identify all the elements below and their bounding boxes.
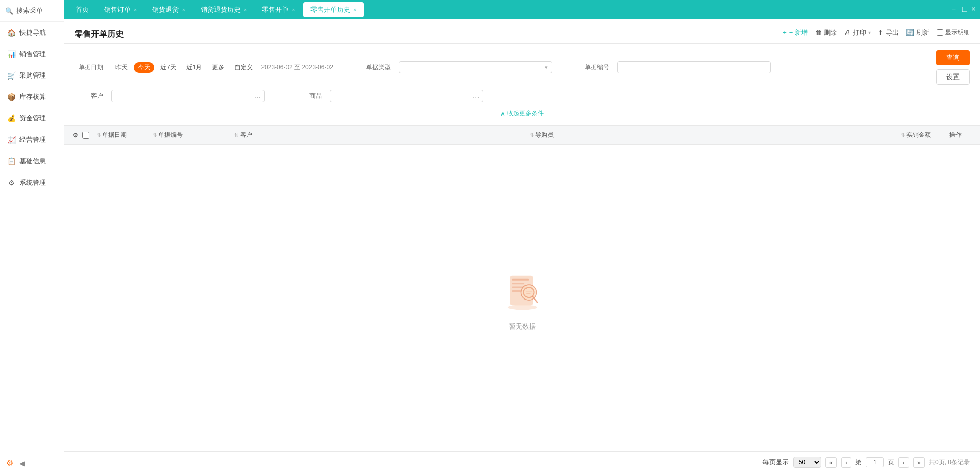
settings-button[interactable]: 设置 xyxy=(936,69,970,85)
date-1month-btn[interactable]: 近1月 xyxy=(182,62,206,73)
collapse-label: 收起更多条件 xyxy=(507,109,544,118)
box-icon: 📦 xyxy=(7,93,15,101)
tab-sales-return-close[interactable]: × xyxy=(182,7,185,13)
order-num-input[interactable] xyxy=(617,61,771,73)
tab-sales-return-history-label: 销货退货历史 xyxy=(201,5,241,14)
th-num-sort-icon: ⇅ xyxy=(153,132,157,138)
th-date[interactable]: ⇅ 单据日期 xyxy=(92,131,149,139)
sidebar-item-sys-mgmt[interactable]: ⚙ 系统管理 xyxy=(0,172,64,193)
th-date-label: 单据日期 xyxy=(102,131,127,139)
last-page-button[interactable]: » xyxy=(913,457,925,468)
date-today-btn[interactable]: 今天 xyxy=(134,62,154,73)
empty-illustration xyxy=(497,265,548,316)
sidebar-item-label: 基础信息 xyxy=(19,157,46,166)
tab-sales-order-close[interactable]: × xyxy=(134,7,137,13)
maximize-button[interactable]: □ xyxy=(962,5,967,15)
sidebar-item-inventory[interactable]: 📦 库存核算 xyxy=(0,86,64,108)
order-type-label: 单据类型 xyxy=(362,63,391,72)
delete-button[interactable]: 🗑 删除 xyxy=(815,28,837,37)
tab-home[interactable]: 首页 xyxy=(68,2,96,17)
query-button[interactable]: 查询 xyxy=(936,50,970,65)
collapse-button[interactable]: ∧ 收起更多条件 xyxy=(75,107,970,119)
export-button[interactable]: ⬆ 导出 xyxy=(878,28,899,37)
order-type-select[interactable] xyxy=(399,61,552,73)
th-num-label: 单据编号 xyxy=(158,131,183,139)
filter-actions: 查询 设置 xyxy=(936,50,970,85)
th-guide[interactable]: ⇅ 导购员 xyxy=(525,131,587,139)
th-gear[interactable]: ⚙ xyxy=(68,132,82,139)
tab-retail-open-label: 零售开单 xyxy=(262,5,289,14)
th-guide-sort-icon: ⇅ xyxy=(530,132,534,138)
tab-retail-open[interactable]: 零售开单 × xyxy=(255,2,302,17)
sidebar-item-operations[interactable]: 📈 经营管理 xyxy=(0,129,64,151)
sidebar-item-finance[interactable]: 💰 资金管理 xyxy=(0,108,64,129)
page-header: 零售开单历史 + + 新增 🗑 删除 🖨 打印 ▾ ⬆ 导出 xyxy=(64,19,980,44)
page-size-select[interactable]: 50 20 100 xyxy=(793,457,821,468)
sidebar-item-basic-info[interactable]: 📋 基础信息 xyxy=(0,151,64,172)
add-button[interactable]: + + 新增 xyxy=(783,28,808,37)
prev-page-button[interactable]: ‹ xyxy=(841,457,851,468)
sidebar-item-purchase-mgmt[interactable]: 🛒 采购管理 xyxy=(0,65,64,86)
cart-icon: 🛒 xyxy=(7,71,15,80)
th-amount[interactable]: ⇅ 实销金额 xyxy=(874,131,935,139)
print-button[interactable]: 🖨 打印 ▾ xyxy=(844,28,871,37)
svg-point-0 xyxy=(507,305,537,310)
search-menu[interactable]: 🔍 搜索采单 xyxy=(0,0,64,22)
tab-retail-open-history[interactable]: 零售开单历史 × xyxy=(303,2,364,17)
sidebar-item-label: 库存核算 xyxy=(19,92,46,102)
sidebar-item-label: 采购管理 xyxy=(19,71,46,80)
add-label: + 新增 xyxy=(789,28,808,37)
filter-row-1: 单据日期 昨天 今天 近7天 近1月 更多 自定义 2023-06-02 至 2… xyxy=(75,50,970,85)
clipboard-icon: 📋 xyxy=(7,157,15,165)
page-total: 共0页, 0条记录 xyxy=(929,458,970,467)
select-all-checkbox[interactable] xyxy=(82,132,89,139)
refresh-icon: 🔄 xyxy=(906,29,914,36)
add-icon: + xyxy=(783,29,787,36)
order-num-label: 单据编号 xyxy=(581,63,609,72)
sidebar-bottom: ⚙ ◀ xyxy=(0,453,64,473)
goods-dots[interactable]: ... xyxy=(473,91,480,101)
sidebar: 🔍 搜索采单 🏠 快捷导航 📊 销售管理 🛒 采购管理 📦 库存核算 💰 资金管… xyxy=(0,0,64,473)
export-icon: ⬆ xyxy=(878,29,883,36)
svg-rect-2 xyxy=(512,279,529,281)
delete-icon: 🗑 xyxy=(815,29,822,36)
th-client[interactable]: ⇅ 客户 xyxy=(230,131,525,139)
sidebar-item-label: 资金管理 xyxy=(19,114,46,123)
date-custom-btn[interactable]: 自定义 xyxy=(230,62,257,73)
next-page-button[interactable]: › xyxy=(898,457,909,468)
operations-icon: 📈 xyxy=(7,136,15,144)
minimize-button[interactable]: － xyxy=(950,5,958,15)
tab-retail-open-history-close[interactable]: × xyxy=(353,7,356,13)
first-page-button[interactable]: « xyxy=(825,457,837,468)
th-action: 操作 xyxy=(935,131,976,139)
date-more-btn[interactable]: 更多 xyxy=(208,62,228,73)
show-detail-checkbox[interactable] xyxy=(937,29,943,36)
tab-sales-return[interactable]: 销货退货 × xyxy=(145,2,192,17)
search-menu-label: 搜索采单 xyxy=(16,6,43,15)
window-controls: － □ × xyxy=(950,5,976,15)
page-number-input[interactable] xyxy=(866,457,884,467)
tabs-bar: 首页 销售订单 × 销货退货 × 销货退货历史 × 零售开单 × 零售开单历史 … xyxy=(64,0,980,19)
tab-retail-open-close[interactable]: × xyxy=(292,7,295,13)
sidebar-item-sales-mgmt[interactable]: 📊 销售管理 xyxy=(0,43,64,65)
tab-sales-return-history[interactable]: 销货退货历史 × xyxy=(194,2,254,17)
tab-sales-return-label: 销货退货 xyxy=(152,5,179,14)
settings-bottom-icon[interactable]: ⚙ xyxy=(6,458,13,468)
date-7days-btn[interactable]: 近7天 xyxy=(156,62,180,73)
sidebar-item-quick-nav[interactable]: 🏠 快捷导航 xyxy=(0,22,64,43)
show-detail-text: 显示明细 xyxy=(945,28,970,37)
refresh-button[interactable]: 🔄 刷新 xyxy=(906,28,929,37)
delete-label: 删除 xyxy=(824,28,837,37)
client-dots[interactable]: ... xyxy=(254,91,261,101)
tab-sales-return-history-close[interactable]: × xyxy=(244,7,247,13)
date-buttons: 昨天 今天 近7天 近1月 更多 自定义 2023-06-02 至 2023-0… xyxy=(111,62,333,73)
refresh-label: 刷新 xyxy=(916,28,929,37)
search-icon: 🔍 xyxy=(5,7,13,15)
close-button[interactable]: × xyxy=(971,5,976,15)
date-yesterday-btn[interactable]: 昨天 xyxy=(111,62,132,73)
show-detail-label: 显示明细 xyxy=(937,28,970,37)
collapse-sidebar-icon[interactable]: ◀ xyxy=(19,459,25,467)
tab-sales-order[interactable]: 销售订单 × xyxy=(97,2,144,17)
th-num[interactable]: ⇅ 单据编号 xyxy=(149,131,230,139)
date-range-text: 2023-06-02 至 2023-06-02 xyxy=(261,63,333,72)
